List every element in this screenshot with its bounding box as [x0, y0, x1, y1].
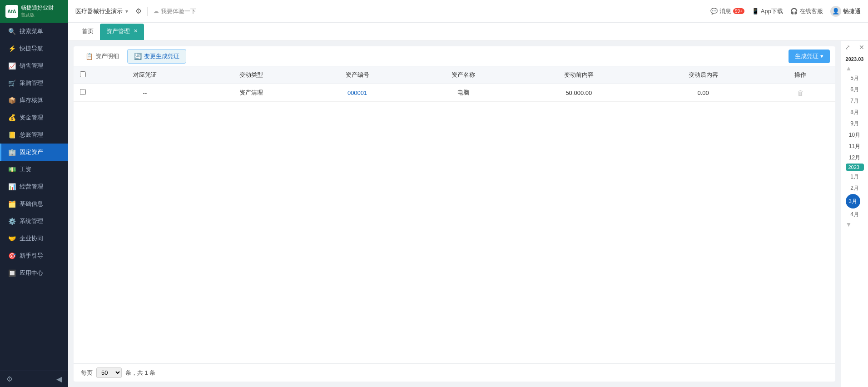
- sub-tab-change-voucher[interactable]: 🔄 变更生成凭证: [127, 49, 186, 64]
- month-item-8月[interactable]: 8月: [846, 107, 864, 118]
- col-before: 变动前内容: [516, 66, 641, 84]
- chevron-down-icon: ▾: [820, 53, 823, 60]
- settings-icon[interactable]: ⚙: [6, 375, 13, 383]
- topbar-divider: [147, 7, 148, 16]
- sidebar-label: 销售管理: [20, 62, 43, 70]
- col-asset-name: 资产名称: [411, 66, 517, 84]
- row-action-cell: 🗑: [765, 84, 835, 102]
- sidebar-item-基础信息[interactable]: 🗂️ 基础信息: [0, 195, 68, 213]
- tab-首页[interactable]: 首页: [75, 24, 100, 40]
- company-name: 医疗器械行业演示: [75, 7, 123, 15]
- collapse-icon[interactable]: ◀: [56, 375, 62, 383]
- sidebar-item-采购管理[interactable]: 🛒 采购管理: [0, 74, 68, 92]
- sidebar-item-工资[interactable]: 💵 工资: [0, 161, 68, 178]
- logo-icon: AtA: [5, 5, 18, 18]
- sidebar-icon: 📈: [8, 62, 16, 69]
- customer-service-btn[interactable]: 🎧 在线客服: [790, 7, 823, 15]
- chevron-down-icon: ▾: [125, 8, 128, 15]
- main-card: 📋 资产明细 🔄 变更生成凭证 生成凭证 ▾: [74, 46, 835, 382]
- sidebar-item-经营管理[interactable]: 📊 经营管理: [0, 178, 68, 195]
- sidebar-item-应用中心[interactable]: 🔲 应用中心: [0, 264, 68, 282]
- content-main: 📋 资产明细 🔄 变更生成凭证 生成凭证 ▾: [68, 41, 841, 387]
- scroll-up-icon[interactable]: ▲: [846, 64, 864, 72]
- year-badge[interactable]: 2023: [846, 164, 864, 171]
- sidebar-item-新手引导[interactable]: 🎯 新手引导: [0, 247, 68, 264]
- sidebar-item-快捷导航[interactable]: ⚡ 快捷导航: [0, 40, 68, 57]
- sidebar-label: 总账管理: [20, 131, 43, 139]
- topbar-actions: 💬 消息 99+ 📱 App下载 🎧 在线客服 👤 畅捷通: [710, 6, 861, 17]
- sidebar-item-总账管理[interactable]: 📒 总账管理: [0, 126, 68, 144]
- sidebar-icon: 🛒: [8, 79, 16, 87]
- topbar-settings-icon[interactable]: ⚙: [135, 7, 142, 15]
- sidebar-item-系统管理[interactable]: ⚙️ 系统管理: [0, 213, 68, 230]
- sidebar-footer: ⚙ ◀: [0, 371, 68, 387]
- sidebar-icon: ⚙️: [8, 218, 16, 225]
- month-item-4月[interactable]: 4月: [846, 209, 864, 220]
- month-item-9月[interactable]: 9月: [846, 118, 864, 129]
- sidebar-item-固定资产[interactable]: 🏢 固定资产: [0, 144, 68, 161]
- month-item-6月[interactable]: 6月: [846, 84, 864, 95]
- sidebar-item-企业协同[interactable]: 🤝 企业协同: [0, 230, 68, 247]
- app-download-btn[interactable]: 📱 App下载: [752, 7, 783, 15]
- month-item-7月[interactable]: 7月: [846, 95, 864, 106]
- table-row: -- 资产清理 000001 电脑 50,000.00 0.00 🗑: [74, 84, 835, 102]
- scroll-down-icon[interactable]: ▼: [846, 221, 864, 228]
- sub-tab-asset-detail[interactable]: 📋 资产明细: [79, 50, 125, 63]
- col-asset-no: 资产编号: [304, 66, 411, 84]
- sidebar-label: 基础信息: [20, 200, 43, 208]
- per-page-select[interactable]: 102050100: [96, 367, 122, 378]
- sidebar-item-资金管理[interactable]: 💰 资金管理: [0, 109, 68, 126]
- user-menu[interactable]: 👤 畅捷通: [830, 6, 861, 17]
- company-selector[interactable]: 医疗器械行业演示 ▾: [75, 7, 128, 15]
- month-item-10月[interactable]: 10月: [846, 129, 864, 140]
- select-all-checkbox[interactable]: [80, 71, 86, 77]
- sidebar-item-库存核算[interactable]: 📦 库存核算: [0, 92, 68, 109]
- tab-label: 首页: [82, 27, 94, 35]
- tabs-bar: 首页资产管理✕: [68, 23, 868, 41]
- sidebar-icon: 🗂️: [8, 200, 16, 208]
- tab-资产管理[interactable]: 资产管理✕: [100, 24, 144, 40]
- sidebar-label: 企业协同: [20, 234, 43, 243]
- sidebar-item-搜索菜单[interactable]: 🔍 搜索菜单: [0, 23, 68, 40]
- month-list: ▲5月6月7月8月9月10月11月12月20231月2月3月4月▼: [846, 64, 864, 229]
- delete-icon[interactable]: 🗑: [797, 89, 804, 97]
- right-panel-expand-icon[interactable]: ⤢: [845, 44, 850, 51]
- list-icon: 📋: [85, 53, 93, 60]
- sidebar-icon: 🏢: [8, 149, 16, 156]
- month-item-11月[interactable]: 11月: [846, 141, 864, 152]
- change-voucher-table: 对应凭证 变动类型 资产编号 资产名称 变动前内容 变动后内容 操作: [74, 66, 835, 102]
- app-edition: 普及版: [21, 12, 54, 18]
- row-asset-name: 电脑: [411, 84, 517, 102]
- row-checkbox[interactable]: [80, 89, 86, 95]
- total-label: 条，共 1 条: [125, 369, 155, 377]
- table-header-row: 对应凭证 变动类型 资产编号 资产名称 变动前内容 变动后内容 操作: [74, 66, 835, 84]
- messages-btn[interactable]: 💬 消息 99+: [710, 7, 744, 15]
- month-item-3月[interactable]: 3月: [846, 194, 860, 208]
- sidebar-icon: 💰: [8, 114, 16, 121]
- tab-label: 资产管理: [106, 27, 130, 35]
- sidebar-nav: 🔍 搜索菜单⚡ 快捷导航📈 销售管理🛒 采购管理📦 库存核算💰 资金管理📒 总账…: [0, 23, 68, 371]
- tab-close-icon[interactable]: ✕: [134, 28, 138, 34]
- month-item-1月[interactable]: 1月: [846, 171, 864, 182]
- sidebar-item-销售管理[interactable]: 📈 销售管理: [0, 57, 68, 74]
- col-after: 变动后内容: [641, 66, 765, 84]
- cloud-icon: ☁: [153, 8, 159, 15]
- sidebar-label: 经营管理: [20, 183, 43, 191]
- row-change-type: 资产清理: [198, 84, 304, 102]
- month-item-12月[interactable]: 12月: [846, 152, 864, 163]
- row-after: 0.00: [641, 84, 765, 102]
- sidebar-label: 工资: [20, 165, 31, 174]
- messages-badge: 99+: [733, 8, 744, 14]
- row-voucher: --: [92, 84, 198, 102]
- sidebar-label: 应用中心: [20, 269, 43, 277]
- month-item-5月[interactable]: 5月: [846, 73, 864, 84]
- right-panel-close-icon[interactable]: ✕: [859, 44, 864, 51]
- experience-btn[interactable]: ☁ 我要体验一下: [153, 7, 196, 15]
- sidebar-icon: 📒: [8, 131, 16, 139]
- month-item-2月[interactable]: 2月: [846, 183, 864, 194]
- col-action: 操作: [765, 66, 835, 84]
- generate-voucher-button[interactable]: 生成凭证 ▾: [789, 50, 830, 63]
- sidebar-logo: AtA 畅捷通好业财 普及版: [0, 0, 68, 23]
- col-voucher: 对应凭证: [92, 66, 198, 84]
- sidebar-icon: 📦: [8, 97, 16, 104]
